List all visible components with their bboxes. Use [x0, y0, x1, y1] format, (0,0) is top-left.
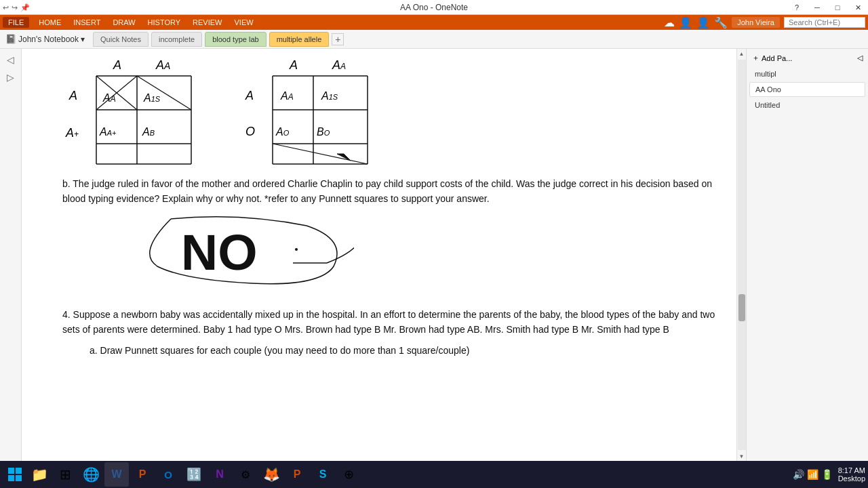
title-bar: ↩ ↪ 📌 AA Ono - OneNote ? ─ □ ✕ — [0, 0, 868, 15]
ribbon: FILE HOME INSERT DRAW HISTORY REVIEW VIE… — [0, 15, 868, 30]
main-layout: ◁ ▷ A AA A — [0, 49, 868, 461]
question-b: b. The judge ruled in favor of the mothe… — [62, 176, 723, 207]
svg-text:NO: NO — [181, 224, 258, 281]
right-panel-header: ＋ Add Pa... ◁ — [749, 52, 865, 64]
svg-text:A+: A+ — [65, 126, 79, 140]
svg-text:A: A — [289, 58, 298, 72]
punnett-right: A AA A O AA A1S AO BO — [232, 56, 381, 171]
right-panel-toggle[interactable]: ◁ — [857, 54, 863, 62]
scroll-down-btn[interactable]: ▼ — [737, 451, 747, 461]
page-multipl[interactable]: multipl — [749, 67, 865, 81]
sidebar-expand-btn[interactable]: ▷ — [3, 69, 19, 85]
sidebar-collapse-btn[interactable]: ◁ — [3, 52, 19, 68]
no-svg: NO — [117, 212, 354, 287]
tab-home[interactable]: HOME — [33, 17, 66, 28]
taskbar-onenote-main[interactable]: N — [208, 462, 232, 487]
svg-point-35 — [295, 248, 298, 251]
svg-text:AA: AA — [280, 90, 294, 102]
svg-text:AA: AA — [102, 92, 116, 104]
question-4-text: 4. Suppose a newborn baby was accidental… — [62, 307, 723, 338]
svg-rect-38 — [16, 468, 22, 474]
taskbar-extra[interactable]: ⊕ — [336, 462, 361, 487]
svg-rect-39 — [8, 475, 14, 481]
taskbar-metro[interactable]: ⊞ — [53, 462, 77, 487]
svg-rect-40 — [16, 475, 22, 481]
question-4-area: 4. Suppose a newborn baby was accidental… — [62, 307, 723, 358]
svg-text:BO: BO — [317, 126, 330, 138]
svg-text:AA: AA — [332, 58, 346, 72]
taskbar-calc[interactable]: 🔢 — [182, 462, 206, 487]
scroll-up-btn[interactable]: ▲ — [737, 49, 747, 58]
svg-line-33 — [273, 144, 368, 164]
sys-icons: 🔊 📶 🔋 — [793, 469, 833, 480]
svg-text:A: A — [113, 58, 121, 72]
taskbar-outlook[interactable]: O — [156, 462, 180, 487]
svg-text:AA: AA — [155, 58, 170, 72]
search-input[interactable] — [784, 17, 865, 28]
taskbar-skype[interactable]: S — [311, 462, 335, 487]
svg-text:A1S: A1S — [143, 92, 161, 104]
svg-text:AB: AB — [142, 126, 155, 138]
tab-file[interactable]: FILE — [3, 17, 29, 28]
tab-incomplete[interactable]: incomplete — [151, 32, 202, 47]
punnett-drawings: A AA A A+ AA A1S AA+ AB — [62, 56, 723, 171]
svg-text:A: A — [245, 89, 254, 102]
taskbar-clock: 8:17 AM Desktop — [838, 466, 865, 483]
question-4a: a. Draw Punnett squares for each couple … — [90, 343, 723, 358]
minimize-btn[interactable]: ─ — [807, 0, 827, 15]
taskbar-explorer[interactable]: 📁 — [27, 462, 52, 487]
tab-multiple-allele[interactable]: multiple allele — [269, 32, 330, 47]
tab-add-button[interactable]: + — [332, 33, 344, 45]
tab-insert[interactable]: INSERT — [68, 17, 106, 28]
ribbon-search: ☁ 👤 👤 🔧 John Vieira — [664, 16, 865, 29]
page-untitled[interactable]: Untitled — [749, 98, 865, 112]
svg-rect-37 — [8, 468, 14, 474]
content-area[interactable]: A AA A A+ AA A1S AA+ AB — [22, 49, 736, 461]
content-scroll: A AA A A+ AA A1S AA+ AB — [62, 56, 723, 454]
taskbar-settings[interactable]: ⚙ — [233, 462, 258, 487]
left-sidebar: ◁ ▷ — [0, 49, 22, 461]
help-btn[interactable]: ? — [787, 0, 807, 15]
tab-view[interactable]: VIEW — [229, 17, 258, 28]
user-name: John Vieira — [732, 17, 780, 28]
start-button[interactable] — [3, 462, 27, 487]
taskbar-sys: 🔊 📶 🔋 — [793, 469, 833, 480]
tabs-row: 📓 John's Notebook ▾ Quick Notes incomple… — [0, 30, 868, 49]
svg-text:A: A — [68, 89, 77, 102]
taskbar-powerpoint[interactable]: P — [130, 462, 155, 487]
page-aa-ono[interactable]: AA Ono — [749, 82, 865, 97]
tab-blood-type[interactable]: blood type lab — [205, 32, 267, 47]
tab-draw[interactable]: DRAW — [107, 17, 140, 28]
taskbar-ie[interactable]: 🌐 — [79, 462, 103, 487]
taskbar-items: 📁 ⊞ 🌐 W P O 🔢 N ⚙ 🦊 P S ⊕ — [27, 462, 793, 487]
no-answer-area: NO — [62, 212, 723, 293]
scrollbar: ▲ ▼ — [736, 49, 746, 461]
close-btn[interactable]: ✕ — [848, 0, 868, 15]
punnett-left: A AA A A+ AA A1S AA+ AB — [62, 56, 205, 171]
maximize-btn[interactable]: □ — [827, 0, 848, 15]
tab-history[interactable]: HISTORY — [142, 17, 186, 28]
title-bar-controls: ? ─ □ ✕ — [787, 0, 868, 15]
notebook-title[interactable]: 📓 John's Notebook ▾ — [5, 34, 85, 44]
title-bar-left: ↩ ↪ 📌 — [3, 0, 30, 15]
taskbar-word[interactable]: W — [104, 462, 129, 487]
tab-quick-notes[interactable]: Quick Notes — [93, 32, 149, 47]
add-page-btn[interactable]: ＋ Add Pa... — [752, 53, 792, 63]
svg-text:AA+: AA+ — [99, 126, 117, 138]
right-panel: ＋ Add Pa... ◁ multipl AA Ono Untitled — [746, 49, 868, 461]
scroll-thumb[interactable] — [738, 294, 745, 321]
taskbar-ppt2[interactable]: P — [285, 462, 309, 487]
svg-text:A1S: A1S — [321, 90, 338, 102]
windows-icon — [7, 467, 22, 482]
tab-review[interactable]: REVIEW — [187, 17, 227, 28]
scroll-track[interactable] — [738, 60, 746, 450]
taskbar-firefox[interactable]: 🦊 — [259, 462, 283, 487]
window-title: AA Ono - OneNote — [400, 3, 468, 12]
svg-text:O: O — [245, 125, 255, 138]
taskbar: 📁 ⊞ 🌐 W P O 🔢 N ⚙ 🦊 P S ⊕ 🔊 📶 🔋 8:17 AM … — [0, 461, 868, 488]
svg-text:AO: AO — [275, 126, 290, 138]
